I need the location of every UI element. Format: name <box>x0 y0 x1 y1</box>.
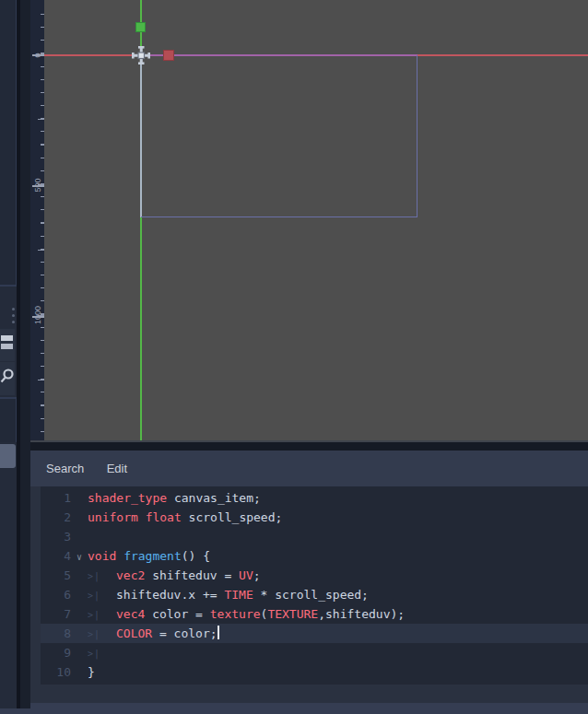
line-number: 5 <box>41 566 71 585</box>
line-number: 7 <box>41 604 71 624</box>
line-number: 6 <box>41 585 71 604</box>
code-line[interactable]: 4∨void fragment() { <box>41 546 588 566</box>
code-token: ; <box>253 568 261 582</box>
code-token: float <box>146 510 182 524</box>
menu-edit[interactable]: Edit <box>107 451 127 486</box>
ruler-label: 1000 <box>33 308 42 324</box>
code-line[interactable]: 7>|vec4 color = texture(TEXTURE,shiftedu… <box>41 604 588 624</box>
line-number: 8 <box>41 624 71 643</box>
code-token: UV <box>239 568 253 582</box>
code-line[interactable]: 8>|COLOR = color; <box>41 624 588 643</box>
line-number: 3 <box>41 527 71 546</box>
search-icon <box>0 362 15 395</box>
ruler-medium-ticks <box>38 0 44 440</box>
code-token: shader_type <box>88 491 167 505</box>
red-axis-handle[interactable] <box>163 50 174 61</box>
code-line[interactable]: 10} <box>41 662 588 682</box>
panel-toggle-button[interactable] <box>0 444 16 468</box>
code-text: >| <box>88 646 116 660</box>
code-text: void fragment() { <box>88 549 210 563</box>
drag-handle-dots-icon[interactable] <box>10 308 16 326</box>
code-text: shader_type canvas_item; <box>88 491 261 505</box>
left-dock-panel-bottom <box>0 397 18 442</box>
vertical-ruler: 0 500 1000 <box>30 0 44 440</box>
ruler-label: 500 <box>33 177 42 193</box>
code-text: >|vec4 color = texture(TEXTURE,shifteduv… <box>88 607 405 621</box>
green-axis-handle[interactable] <box>135 22 146 32</box>
viewport-2d[interactable]: 0 500 1000 <box>30 0 588 440</box>
search-button[interactable] <box>0 362 15 395</box>
code-token: () { <box>182 549 210 563</box>
code-line[interactable]: 9>| <box>41 643 588 662</box>
code-text: >|shifteduv.x += TIME * scroll_speed; <box>88 588 369 602</box>
dock-gap <box>20 0 30 708</box>
list-lines-icon <box>1 335 13 341</box>
code-token: = color; <box>152 626 217 640</box>
line-number: 2 <box>41 508 71 527</box>
code-line[interactable]: 6>|shifteduv.x += TIME * scroll_speed; <box>41 585 588 604</box>
code-token: vec2 <box>116 568 145 582</box>
line-number: 9 <box>41 643 71 662</box>
tab-marker-icon: >| <box>88 625 116 644</box>
shader-menu-bar: Search Edit <box>30 451 588 486</box>
line-number: 4 <box>41 546 71 566</box>
tab-marker-icon: >| <box>88 586 116 605</box>
panel-gap <box>30 442 588 451</box>
shader-editor-panel: Search Edit 1shader_type canvas_item;2un… <box>30 451 588 703</box>
code-token: } <box>88 665 95 679</box>
code-token: TIME <box>224 588 253 602</box>
script-list-button[interactable] <box>0 329 15 361</box>
code-token: fragment <box>123 549 182 563</box>
code-token: uniform <box>88 510 138 524</box>
code-token: vec4 <box>116 607 145 621</box>
code-token: canvas_item; <box>167 491 261 505</box>
line-number: 1 <box>41 488 71 508</box>
text-caret <box>218 626 219 639</box>
code-line[interactable]: 3 <box>41 527 588 546</box>
code-token: COLOR <box>116 626 152 640</box>
code-token: scroll_speed; <box>182 510 283 524</box>
code-token: void <box>88 549 116 563</box>
code-line[interactable]: 1shader_type canvas_item; <box>41 488 588 508</box>
selection-rect-left-edge <box>140 55 142 217</box>
selection-rect-bottom-edge <box>141 217 417 217</box>
fold-arrow-icon[interactable]: ∨ <box>71 547 88 567</box>
left-dock-panel-top <box>0 0 18 287</box>
code-line[interactable]: 5>|vec2 shifteduv = UV; <box>41 566 588 585</box>
code-token <box>138 510 146 524</box>
code-token: shifteduv.x += <box>116 588 224 602</box>
code-text: uniform float scroll_speed; <box>88 510 282 524</box>
code-editor[interactable]: 1shader_type canvas_item;2uniform float … <box>41 486 588 685</box>
list-lines-icon <box>1 344 13 349</box>
code-token: ,shifteduv); <box>318 607 405 621</box>
tab-marker-icon: >| <box>88 644 116 663</box>
menu-search[interactable]: Search <box>46 451 84 486</box>
code-text: >|COLOR = color; <box>88 626 219 640</box>
code-token: * scroll_speed; <box>253 588 369 602</box>
line-number: 10 <box>41 662 71 682</box>
code-token: TEXTURE <box>267 607 318 621</box>
code-line[interactable]: 2uniform float scroll_speed; <box>41 508 588 527</box>
code-text: } <box>88 665 95 679</box>
tab-marker-icon: >| <box>88 605 116 625</box>
origin-gizmo-crosshair-icon[interactable] <box>131 45 151 65</box>
godot-editor: 0 500 1000 Se <box>0 0 588 714</box>
code-token: color = <box>145 607 209 621</box>
code-token: texture <box>210 607 261 621</box>
selection-rect-top-edge <box>141 54 417 56</box>
code-text: >|vec2 shifteduv = UV; <box>88 568 261 582</box>
bottom-status-bar <box>30 703 588 714</box>
canvas-area[interactable] <box>44 0 588 440</box>
ruler-label: 0 <box>33 47 42 64</box>
tab-marker-icon: >| <box>88 567 116 586</box>
code-token <box>116 549 123 563</box>
code-token: shifteduv = <box>145 568 239 582</box>
bottom-status-bar-left <box>0 708 30 714</box>
selection-rect-right-edge <box>417 55 417 217</box>
